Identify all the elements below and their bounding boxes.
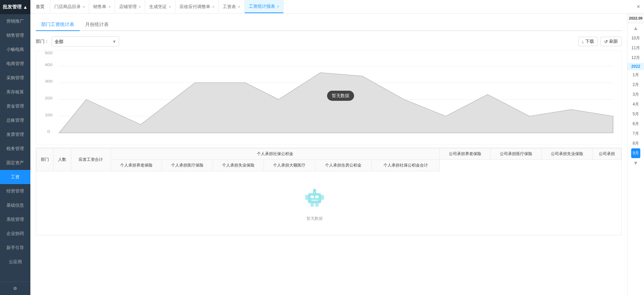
empty-state-text: 暂无数据 <box>306 216 323 222</box>
table-container: 部门 人数 应发工资合计 个人承担社保公积金 公司承担养老保险 公司承担医疗保险… <box>36 148 622 235</box>
date-month-7月[interactable]: 7月 <box>631 129 640 139</box>
sub-tab-部门工资统计表[interactable]: 部门工资统计表 <box>36 19 80 31</box>
date-month-6月[interactable]: 6月 <box>631 119 640 129</box>
date-selector-panel: 2022.09 ▲ 10月11月12月 2022 1月2月3月4月5月6月7月8… <box>627 13 644 295</box>
date-month-11月[interactable]: 11月 <box>630 43 641 53</box>
svg-rect-20 <box>311 203 314 207</box>
sidebar-item-资金管理[interactable]: 资金管理 <box>0 99 30 113</box>
sidebar-item-基础信息[interactable]: 基础信息 <box>0 198 30 212</box>
tab-close-icon[interactable]: × <box>277 4 279 8</box>
date-month-3月[interactable]: 3月 <box>631 90 640 99</box>
col-personal-pension: 个人承担养老保险 <box>111 160 162 171</box>
col-count: 人数 <box>54 148 71 171</box>
refresh-button[interactable]: ↺ 刷新 <box>600 37 622 46</box>
sidebar-items: 营销推广销售管理小畅电商电商管理采购管理库存核算资金管理总账管理发票管理税务管理… <box>0 14 30 269</box>
date-month-4月[interactable]: 4月 <box>631 99 640 109</box>
date-month-8月[interactable]: 8月 <box>631 139 640 148</box>
sub-tab-月份统计表[interactable]: 月份统计表 <box>80 19 114 31</box>
sidebar-item-营销推广[interactable]: 营销推广 <box>0 14 30 28</box>
sidebar-item-税务管理[interactable]: 税务管理 <box>0 142 30 156</box>
sidebar-item-企业协同[interactable]: 企业协同 <box>0 227 30 241</box>
filter-row: 部门： 全部 销售部 财务部 人事部 技术部 ▼ ↓ 下载 <box>36 36 622 47</box>
svg-rect-12 <box>308 193 321 203</box>
sidebar-item-固定资产[interactable]: 固定资产 <box>0 156 30 170</box>
date-month-9月[interactable]: 9月 <box>631 148 640 158</box>
tab-销售单[interactable]: 销售单× <box>89 0 115 13</box>
chart-area: 0 100 200 300 400 500 暂无数 <box>36 51 622 145</box>
sidebar-title-text: 批发管理 <box>3 4 22 10</box>
date-months-before: 10月11月12月 <box>630 33 641 63</box>
svg-text:300: 300 <box>45 80 53 84</box>
tab-close-icon[interactable]: × <box>108 5 110 9</box>
date-months-after: 1月2月3月4月5月6月7月8月9月 <box>631 70 640 158</box>
sidebar: 批发管理 ▲ 营销推广销售管理小畅电商电商管理采购管理库存核算资金管理总账管理发… <box>0 0 30 295</box>
sidebar-item-经营管理[interactable]: 经营管理 <box>0 184 30 198</box>
svg-text:500: 500 <box>45 51 53 55</box>
download-button[interactable]: ↓ 下载 <box>578 37 598 46</box>
main-area: 首页 门店商品目录×销售单×店铺管理×生成凭证×应收应付调整单×工资表×工资统计… <box>30 0 644 295</box>
tab-items: 门店商品目录×销售单×店铺管理×生成凭证×应收应付调整单×工资表×工资统计报表× <box>50 0 284 13</box>
svg-text:400: 400 <box>45 63 53 67</box>
tab-门店商品目录[interactable]: 门店商品目录× <box>50 0 89 13</box>
dept-select[interactable]: 全部 销售部 财务部 人事部 技术部 <box>52 36 119 47</box>
svg-rect-21 <box>315 203 319 207</box>
sidebar-item-小畅电商[interactable]: 小畅电商 <box>0 42 30 57</box>
sidebar-item-库存核算[interactable]: 库存核算 <box>0 85 30 99</box>
download-label: 下载 <box>585 38 594 45</box>
tab-店铺管理[interactable]: 店铺管理× <box>115 0 145 13</box>
empty-robot-icon <box>301 185 328 212</box>
content-area: 部门工资统计表月份统计表 部门： 全部 销售部 财务部 人事部 技术部 ▼ <box>30 13 644 295</box>
tab-home[interactable]: 首页 <box>30 0 50 13</box>
sidebar-item-采购管理[interactable]: 采购管理 <box>0 71 30 85</box>
tab-工资表[interactable]: 工资表× <box>219 0 244 13</box>
sidebar-item-发票管理[interactable]: 发票管理 <box>0 127 30 142</box>
svg-point-17 <box>313 189 316 191</box>
page-content: 部门工资统计表月份统计表 部门： 全部 销售部 财务部 人事部 技术部 ▼ <box>30 13 627 295</box>
col-group-personal: 个人承担社保公积金 <box>111 148 439 160</box>
svg-rect-19 <box>321 195 324 200</box>
col-personal-housing: 个人承担住房公积金 <box>315 160 372 171</box>
close-all-tabs-button[interactable]: × <box>633 0 644 13</box>
sidebar-item-新手引导[interactable]: 新手引导 <box>0 241 30 255</box>
sidebar-item-系统管理[interactable]: 系统管理 <box>0 212 30 227</box>
chart-no-data-tooltip: 暂无数据 <box>327 91 354 101</box>
tab-close-icon[interactable]: × <box>139 5 141 9</box>
col-dept: 部门 <box>36 148 54 171</box>
date-month-12月[interactable]: 12月 <box>630 53 641 63</box>
col-company-unemployment: 公司承担失业保险 <box>542 148 593 160</box>
tab-close-icon[interactable]: × <box>169 5 171 9</box>
date-month-5月[interactable]: 5月 <box>631 109 640 119</box>
sidebar-title[interactable]: 批发管理 ▲ <box>0 0 30 14</box>
tab-close-icon[interactable]: × <box>83 5 85 9</box>
tab-生成凭证[interactable]: 生成凭证× <box>145 0 175 13</box>
settings-button[interactable]: ⚙ <box>0 282 30 295</box>
svg-marker-11 <box>59 73 613 133</box>
download-icon: ↓ <box>582 39 584 44</box>
date-month-2月[interactable]: 2月 <box>631 80 640 90</box>
refresh-label: 刷新 <box>609 38 618 45</box>
date-year-marker: 2022 <box>627 63 644 70</box>
current-date-label[interactable]: 2022.09 <box>627 13 644 23</box>
col-personal-unemployment: 个人承担失业保险 <box>213 160 264 171</box>
col-company-medical: 公司承担医疗保险 <box>490 148 541 160</box>
sidebar-item-销售管理[interactable]: 销售管理 <box>0 28 30 42</box>
sidebar-item-电商管理[interactable]: 电商管理 <box>0 57 30 71</box>
sidebar-item-云应用[interactable]: 云应用 <box>0 255 30 269</box>
col-company-pension: 公司承担养老保险 <box>439 148 490 160</box>
sidebar-item-总账管理[interactable]: 总账管理 <box>0 113 30 127</box>
tab-应收应付调整单[interactable]: 应收应付调整单× <box>176 0 219 13</box>
sidebar-item-工资[interactable]: 工资 <box>0 170 30 184</box>
svg-rect-18 <box>305 195 308 200</box>
date-month-1月[interactable]: 1月 <box>631 70 640 80</box>
tab-close-icon[interactable]: × <box>212 5 214 9</box>
tab-bar: 首页 门店商品目录×销售单×店铺管理×生成凭证×应收应付调整单×工资表×工资统计… <box>30 0 644 13</box>
tab-close-icon[interactable]: × <box>238 5 240 9</box>
col-total-wage: 应发工资合计 <box>71 148 111 171</box>
date-nav-up-button[interactable]: ▲ <box>627 23 644 33</box>
tab-工资统计报表[interactable]: 工资统计报表× <box>245 0 284 13</box>
date-month-10月[interactable]: 10月 <box>630 33 641 43</box>
col-personal-medical: 个人承担医疗保险 <box>162 160 213 171</box>
date-nav-down-button[interactable]: ▼ <box>627 158 644 168</box>
col-company-other: 公司承担 <box>593 148 621 160</box>
sidebar-title-arrow: ▲ <box>23 4 28 10</box>
